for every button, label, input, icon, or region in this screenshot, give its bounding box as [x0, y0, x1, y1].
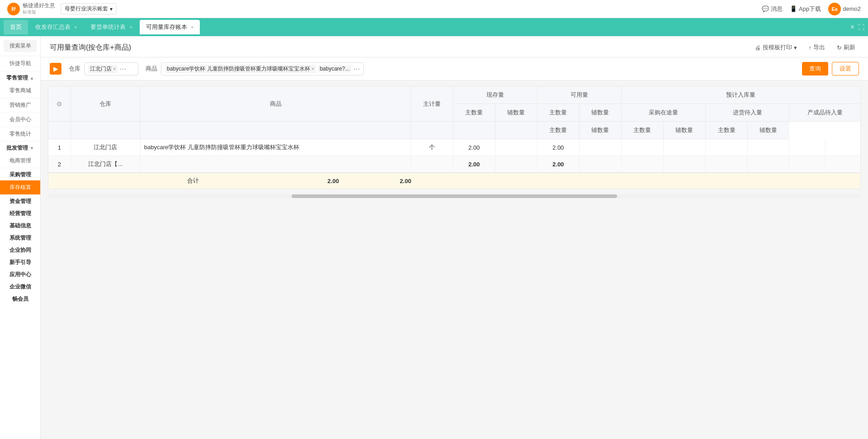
scrollbar-thumb[interactable]: [292, 194, 617, 198]
export-button[interactable]: ↑ 导出: [805, 42, 829, 53]
nav-expand-button[interactable]: ⛶: [858, 24, 864, 31]
header-right: 💬 消息 📱 App下载 Ea demo2: [762, 3, 861, 15]
wholesale-arrow-icon: ▼: [30, 146, 34, 151]
export-icon: ↑: [809, 44, 812, 51]
cell-product-1: babycare学饮杯 儿童防摔防撞吸管杯重力球吸嘴杯宝宝水杯: [140, 139, 411, 156]
sidebar-section-vip[interactable]: 畅会员: [0, 293, 40, 305]
sidebar-section-newbie[interactable]: 新手引导: [0, 256, 40, 268]
nav-close-button[interactable]: ×: [850, 23, 854, 31]
th-avail-main: 主数量: [537, 104, 579, 122]
cell-index-2: 2: [48, 156, 71, 173]
sidebar-section-system[interactable]: 系统管理: [0, 231, 40, 244]
close-receipts-tab[interactable]: ×: [74, 24, 77, 30]
app-edition: 标准版: [23, 9, 55, 15]
cell-purchase-aux-1: [663, 139, 705, 156]
footer-rest: [424, 178, 860, 184]
print-label: 按模板打印: [763, 43, 792, 52]
inventory-table: ⚙ 仓库 商品 主计量 现存量 可用量 预计入库量 主数量 辅数量 主数量 辅数…: [48, 86, 860, 172]
query-button[interactable]: 查询: [802, 62, 828, 76]
vip-section-label: 畅会员: [12, 295, 28, 303]
sidebar-section-enterprise[interactable]: 企业协同: [0, 244, 40, 256]
app-download-label: App下载: [799, 5, 821, 13]
horizontal-scrollbar[interactable]: [48, 194, 861, 198]
newbie-section-label: 新手引导: [9, 259, 31, 266]
tab-home[interactable]: 首页: [4, 20, 28, 34]
refresh-button[interactable]: ↻ 刷新: [833, 42, 859, 53]
total-label: 合计: [187, 177, 199, 185]
sidebar-item-members[interactable]: 会员中心: [0, 113, 40, 127]
sidebar: 搜索菜单 快捷导航 零售管理 ▲ 零售商城 营销推广 会员中心 零售统计 批发管…: [0, 36, 41, 439]
user-area[interactable]: Ea demo2: [828, 3, 861, 15]
wechat-section-label: 企业微信: [9, 283, 31, 291]
th-empty3: [140, 122, 411, 139]
tab-available-inventory[interactable]: 可用量库存账本 ×: [140, 20, 200, 34]
main-layout: 搜索菜单 快捷导航 零售管理 ▲ 零售商城 营销推广 会员中心 零售统计 批发管…: [0, 36, 868, 439]
sidebar-item-inventory[interactable]: 库存核算: [0, 180, 40, 195]
store-name: 母婴行业演示账套: [65, 5, 108, 13]
app-download-btn[interactable]: 📱 App下载: [790, 5, 821, 13]
retail-section-label: 零售管理: [6, 74, 28, 82]
warehouse-input[interactable]: 江北门店 × ···: [84, 62, 138, 76]
warehouse-more-icon[interactable]: ···: [119, 65, 126, 73]
table-header-row3: 主数量 辅数量 主数量 辅数量 主数量 辅数量: [48, 122, 860, 139]
message-label: 消息: [771, 5, 783, 13]
sidebar-section-wholesale[interactable]: 批发管理 ▼: [0, 142, 40, 154]
cell-unit-2: [411, 156, 453, 173]
available-inventory-tab-label: 可用量库存账本: [146, 23, 187, 31]
tab-order-stats[interactable]: 要货单统计表 ×: [84, 20, 138, 34]
sidebar-section-retail[interactable]: 零售管理 ▲: [0, 71, 40, 84]
product-filter-label: 商品: [146, 65, 157, 73]
page-actions: 🖨 按模板打印 ▾ ↑ 导出 ↻ 刷新: [751, 42, 859, 53]
sidebar-search-area: 搜索菜单: [0, 36, 40, 56]
message-btn[interactable]: 💬 消息: [762, 5, 783, 13]
product-input[interactable]: babycare学饮杯 儿童防摔防撞吸管杯重力球吸嘴杯宝宝水杯 × babyca…: [161, 62, 364, 76]
print-button[interactable]: 🖨 按模板打印 ▾: [751, 42, 801, 53]
search-menu-button[interactable]: 搜索菜单: [4, 40, 37, 52]
avatar: Ea: [828, 3, 841, 15]
enterprise-section-label: 企业协同: [9, 246, 31, 254]
sidebar-item-quick-nav[interactable]: 快捷导航: [0, 56, 40, 71]
product-more-icon[interactable]: ···: [353, 65, 360, 73]
cell-goods-aux-2: [748, 156, 789, 173]
remove-warehouse-tag[interactable]: ×: [113, 66, 116, 71]
th-warehouse: 仓库: [71, 86, 140, 122]
table-settings-icon[interactable]: ⚙: [57, 100, 62, 108]
th-planned-in: 预计入库量: [621, 86, 860, 104]
store-selector[interactable]: 母婴行业演示账套 ▾: [61, 3, 117, 14]
cell-stock-aux-2: [495, 156, 537, 173]
close-order-stats-tab[interactable]: ×: [129, 24, 132, 30]
sidebar-section-purchase[interactable]: 采购管理: [0, 168, 40, 180]
remove-product-tag1[interactable]: ×: [311, 66, 314, 71]
sidebar-section-finance[interactable]: 资金管理: [0, 195, 40, 207]
sidebar-item-ecommerce[interactable]: 电商管理: [0, 154, 40, 168]
product-filter-group: 商品 babycare学饮杯 儿童防摔防撞吸管杯重力球吸嘴杯宝宝水杯 × bab…: [146, 62, 364, 76]
warehouse-filter-label: 仓库: [69, 65, 80, 73]
th-main-unit: 主计量: [411, 86, 453, 122]
filter-toggle-button[interactable]: ▶: [50, 63, 61, 75]
tab-receipts[interactable]: 收发存汇总表 ×: [29, 20, 83, 34]
cell-unit-1: 个: [411, 139, 453, 156]
sidebar-section-basic[interactable]: 基础信息: [0, 219, 40, 231]
th-current-stock: 现存量: [453, 86, 537, 104]
cell-purchase-main-2: [621, 156, 663, 173]
close-available-inventory-tab[interactable]: ×: [191, 24, 193, 30]
sidebar-item-retail-stats[interactable]: 零售统计: [0, 127, 40, 142]
settings-button[interactable]: 设置: [832, 62, 859, 76]
sidebar-item-marketing[interactable]: 营销推广: [0, 98, 40, 113]
purchase-section-label: 采购管理: [9, 171, 31, 179]
cell-avail-main-2: 2.00: [537, 156, 579, 173]
sidebar-section-wechat[interactable]: 企业微信: [0, 280, 40, 293]
th-purchase-aux: 辅数量: [579, 122, 621, 139]
sidebar-section-app-center[interactable]: 应用中心: [0, 268, 40, 280]
home-tab-label: 首页: [10, 23, 22, 31]
product-tag2: babycare?...: [318, 65, 351, 72]
nav-tabs-right: × ⛶: [850, 23, 864, 31]
sidebar-section-operations[interactable]: 经营管理: [0, 207, 40, 219]
footer-stock-main: 2.00: [315, 178, 351, 184]
header-left: 好 畅捷通好生意 标准版 母婴行业演示账套 ▾: [7, 2, 117, 16]
content-area: 可用量查询(按仓库+商品) 🖨 按模板打印 ▾ ↑ 导出 ↻ 刷新 ▶: [41, 36, 868, 439]
cell-warehouse-2: 江北门店【...: [71, 156, 140, 173]
table-area: ⚙ 仓库 商品 主计量 现存量 可用量 预计入库量 主数量 辅数量 主数量 辅数…: [48, 86, 861, 189]
sidebar-item-retail-mall[interactable]: 零售商城: [0, 84, 40, 98]
th-product: 商品: [140, 86, 411, 122]
